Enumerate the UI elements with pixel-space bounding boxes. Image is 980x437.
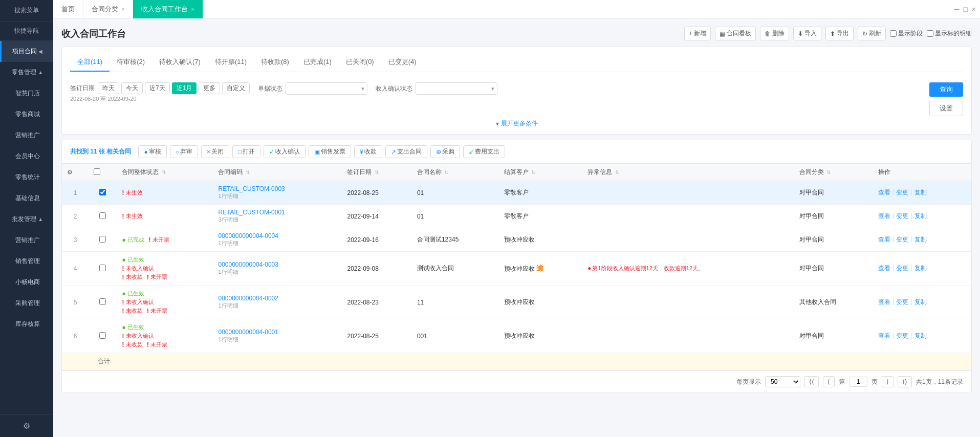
review-button[interactable]: ● 审核: [138, 145, 166, 158]
tab-home[interactable]: 首页: [53, 0, 83, 18]
action-查看-link[interactable]: 查看: [878, 332, 890, 340]
status-tab-pending-review[interactable]: 待审核(2): [110, 53, 152, 72]
doc-status-select[interactable]: [286, 82, 367, 95]
sidebar-item-batch-mgmt[interactable]: 批发管理 ▲: [0, 209, 53, 230]
open-button[interactable]: □ 打开: [232, 145, 260, 158]
action-复制-link[interactable]: 复制: [914, 188, 927, 197]
date-btn-today[interactable]: 今天: [121, 82, 143, 94]
new-button[interactable]: + 新增: [684, 27, 711, 40]
row-checkbox[interactable]: [99, 189, 106, 195]
action-复制-link[interactable]: 复制: [914, 212, 927, 221]
action-变更-link[interactable]: 变更: [896, 298, 908, 307]
action-复制-link[interactable]: 复制: [914, 332, 927, 340]
sidebar-item-sales-mgmt[interactable]: 销售管理: [0, 251, 53, 272]
action-查看-link[interactable]: 查看: [878, 212, 890, 221]
contract-code-link[interactable]: RETAIL_CUSTOM-0001: [218, 209, 285, 216]
action-复制-link[interactable]: 复制: [914, 298, 927, 307]
sidebar-settings[interactable]: ⚙: [0, 414, 53, 437]
select-all-checkbox[interactable]: [94, 168, 100, 175]
contract-code-link[interactable]: 0000000000004-0004: [218, 232, 278, 239]
delete-button[interactable]: 🗑 删除: [760, 27, 789, 40]
row-checkbox[interactable]: [99, 265, 106, 271]
contract-code-link[interactable]: RETAIL_CUSTOM-0003: [218, 185, 285, 192]
status-tab-closed[interactable]: 已关闭(0): [339, 53, 381, 72]
action-变更-link[interactable]: 变更: [896, 212, 908, 221]
contract-code-link[interactable]: 0000000000004-0001: [218, 329, 278, 336]
action-变更-link[interactable]: 变更: [896, 332, 908, 340]
fee-out-button[interactable]: ↙ 费用支出: [463, 145, 505, 158]
tab-close-contract-category[interactable]: ×: [121, 6, 124, 12]
refresh-button[interactable]: ↻ 刷新: [858, 27, 886, 40]
date-btn-7days[interactable]: 近7天: [145, 82, 170, 94]
sidebar-item-retail-mall[interactable]: 零售商城: [0, 104, 53, 125]
action-查看-link[interactable]: 查看: [878, 235, 890, 244]
minimize-icon[interactable]: ─: [954, 5, 959, 13]
show-stage-checkbox[interactable]: [890, 30, 897, 37]
col-error[interactable]: 异常信息 ⇅: [582, 164, 794, 181]
close-contract-button[interactable]: × 关闭: [201, 145, 229, 158]
row-checkbox[interactable]: [99, 212, 106, 219]
contract-code-link[interactable]: 0000000000004-0002: [218, 295, 278, 302]
income-confirm-select[interactable]: [416, 82, 497, 95]
action-复制-link[interactable]: 复制: [914, 235, 927, 244]
sidebar-item-basic-info[interactable]: 基础信息: [0, 188, 53, 209]
sidebar-item-purchase-mgmt[interactable]: 采购管理: [0, 293, 53, 314]
action-查看-link[interactable]: 查看: [878, 298, 890, 307]
tab-close-income-workbench[interactable]: ×: [191, 6, 194, 12]
tab-contract-category[interactable]: 合同分类 ×: [83, 0, 133, 18]
row-checkbox[interactable]: [99, 236, 106, 243]
date-btn-custom[interactable]: 自定义: [222, 82, 250, 94]
expense-out-button[interactable]: ↗ 支出合同: [385, 145, 427, 158]
tab-income-workbench[interactable]: 收入合同工作台 ×: [133, 0, 203, 18]
status-tab-all[interactable]: 全部(11): [70, 53, 110, 72]
action-变更-link[interactable]: 变更: [896, 264, 908, 273]
action-复制-link[interactable]: 复制: [914, 264, 927, 273]
action-查看-link[interactable]: 查看: [878, 264, 890, 273]
col-sign-date[interactable]: 签订日期 ⇅: [342, 164, 411, 181]
set-button[interactable]: 设置: [929, 101, 963, 116]
sidebar-item-marketing[interactable]: 营销推广: [0, 125, 53, 146]
sidebar-item-smart-store[interactable]: 智慧门店: [0, 83, 53, 104]
sidebar-item-xiaochangec[interactable]: 小畅电商: [0, 272, 53, 293]
export-button[interactable]: ⬆ 导出: [825, 27, 854, 40]
status-tab-completed[interactable]: 已完成(1): [296, 53, 339, 72]
sidebar-item-retail-stats[interactable]: 零售统计: [0, 167, 53, 188]
import-button[interactable]: ⬇ 导入: [793, 27, 821, 40]
sidebar-item-project[interactable]: 项目合同 ◀: [0, 41, 53, 62]
page-first-button[interactable]: ⟨⟨: [804, 376, 819, 387]
maximize-icon[interactable]: □: [963, 5, 967, 13]
show-stage-checkbox-label[interactable]: 显示阶段: [890, 29, 923, 38]
date-btn-yesterday[interactable]: 昨天: [98, 82, 119, 94]
status-tab-pending-income[interactable]: 待收入确认(7): [152, 53, 208, 72]
contract-board-button[interactable]: ▦ 合同看板: [715, 27, 756, 40]
page-next-button[interactable]: ⟩: [882, 376, 894, 387]
status-tab-changed[interactable]: 已变更(4): [381, 53, 424, 72]
contract-code-link[interactable]: 0000000000004-0003: [218, 261, 278, 268]
col-name[interactable]: 合同名称 ⇅: [412, 164, 499, 181]
show-detail-checkbox-label[interactable]: 显示标的明细: [927, 29, 972, 38]
income-confirm-button[interactable]: ✓ 收入确认: [264, 145, 306, 158]
close-icon[interactable]: ×: [972, 5, 976, 13]
date-btn-1month[interactable]: 近1月: [172, 82, 197, 94]
receipt-button[interactable]: ¥ 收款: [354, 145, 382, 158]
col-status[interactable]: 合同整体状态 ⇅: [117, 164, 213, 181]
row-checkbox[interactable]: [99, 332, 106, 339]
col-category[interactable]: 合同分类 ⇅: [794, 164, 873, 181]
action-变更-link[interactable]: 变更: [896, 235, 908, 244]
col-customer[interactable]: 结算客户 ⇅: [499, 164, 582, 181]
sidebar-quick-nav[interactable]: 快捷导航: [0, 21, 53, 41]
sidebar-item-member[interactable]: 会员中心: [0, 146, 53, 167]
sidebar-item-inventory[interactable]: 库存核算: [0, 314, 53, 335]
date-btn-more[interactable]: 更多: [199, 82, 220, 94]
sales-invoice-button[interactable]: ▣ 销售发票: [309, 145, 351, 158]
sidebar-item-sales-marketing[interactable]: 营销推广: [0, 230, 53, 251]
col-settings[interactable]: ⚙: [62, 164, 89, 181]
status-tab-pending-receipt[interactable]: 待收款(8): [254, 53, 296, 72]
show-detail-checkbox[interactable]: [927, 30, 933, 37]
query-button[interactable]: 查询: [929, 82, 963, 97]
row-checkbox[interactable]: [99, 298, 106, 305]
expand-conditions[interactable]: ▾ 展开更多条件: [70, 119, 963, 128]
sidebar-search[interactable]: 搜索菜单: [0, 0, 53, 21]
page-size-select[interactable]: 20 50 100: [765, 376, 800, 387]
status-tab-pending-invoice[interactable]: 待开票(11): [208, 53, 254, 72]
